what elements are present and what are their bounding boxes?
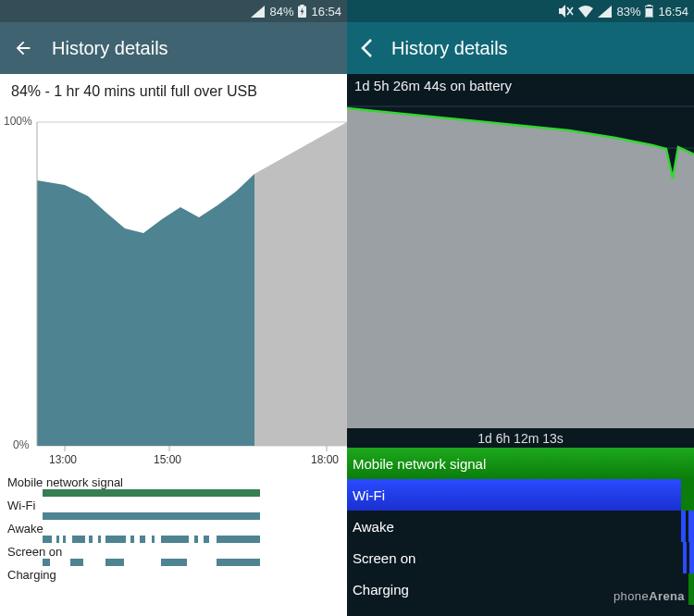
mute-icon — [559, 5, 574, 18]
action-bar: History details — [347, 22, 694, 74]
x-tick: 15:00 — [154, 453, 181, 466]
row-mobile-signal[interactable]: Mobile network signal — [347, 448, 694, 479]
svg-rect-14 — [89, 536, 93, 543]
battery-percent: 83% — [616, 5, 640, 18]
svg-rect-26 — [105, 559, 124, 566]
time-axis: 13:00 15:00 18:00 — [0, 453, 347, 474]
battery-summary: 1d 5h 26m 44s on battery — [347, 74, 694, 97]
x-tick: 13:00 — [49, 453, 77, 466]
svg-rect-42 — [688, 511, 694, 542]
svg-rect-20 — [161, 536, 189, 543]
elapsed-total: 1d 6h 12m 13s — [347, 428, 694, 448]
svg-rect-44 — [689, 542, 694, 573]
svg-rect-25 — [70, 559, 83, 566]
x-tick: 18:00 — [311, 453, 339, 466]
signal-icon — [251, 6, 265, 18]
row-awake[interactable]: Awake — [347, 511, 694, 542]
svg-rect-9 — [43, 512, 260, 520]
svg-rect-18 — [140, 536, 145, 543]
status-bar: 83% 16:54 — [347, 0, 694, 22]
svg-rect-21 — [194, 536, 198, 543]
svg-rect-40 — [681, 479, 694, 511]
svg-rect-30 — [648, 5, 651, 6]
battery-icon — [645, 5, 653, 18]
battery-chart[interactable] — [347, 97, 694, 428]
action-bar: History details — [0, 22, 347, 74]
row-charging[interactable]: Charging — [6, 568, 347, 582]
svg-rect-1 — [301, 5, 304, 6]
row-screen-on[interactable]: Screen on — [6, 545, 347, 566]
svg-rect-45 — [688, 573, 694, 605]
phone-left: 84% 16:54 History details 84% - 1 hr 40 … — [0, 0, 347, 616]
back-icon[interactable] — [13, 38, 33, 58]
battery-summary: 84% - 1 hr 40 mins until full over USB — [0, 74, 347, 104]
y-tick-bottom: 0% — [13, 438, 29, 451]
svg-rect-43 — [683, 542, 687, 573]
battery-chart[interactable]: 100% 0% 13:00 15:00 18:00 — [0, 104, 347, 474]
row-mobile-signal[interactable]: Mobile network signal — [6, 475, 347, 497]
svg-rect-27 — [161, 559, 187, 566]
page-title: History details — [52, 38, 334, 59]
battery-charging-icon — [298, 5, 306, 18]
row-wifi[interactable]: Wi-Fi — [6, 499, 347, 520]
row-awake[interactable]: Awake — [6, 522, 347, 543]
clock: 16:54 — [658, 5, 688, 18]
signal-icon — [598, 6, 612, 18]
battery-percent: 84% — [269, 5, 293, 18]
row-screen-on[interactable]: Screen on — [347, 542, 694, 573]
svg-rect-24 — [43, 559, 50, 566]
svg-rect-10 — [43, 536, 52, 543]
svg-rect-28 — [217, 559, 260, 566]
svg-rect-15 — [98, 536, 101, 543]
svg-rect-23 — [217, 536, 260, 543]
svg-rect-13 — [72, 536, 85, 543]
phone-right: 83% 16:54 History details 1d 5h 26m 44s … — [347, 0, 694, 616]
status-bar: 84% 16:54 — [0, 0, 347, 22]
svg-rect-19 — [152, 536, 155, 543]
usage-bars: Mobile network signal Wi-Fi Awake Screen… — [347, 448, 694, 605]
svg-rect-22 — [204, 536, 209, 543]
svg-rect-8 — [43, 489, 260, 497]
y-tick-top: 100% — [4, 115, 32, 128]
wifi-icon — [578, 6, 593, 18]
svg-rect-31 — [646, 8, 652, 17]
svg-rect-16 — [105, 536, 126, 543]
page-title: History details — [391, 38, 681, 59]
svg-rect-12 — [63, 536, 66, 543]
back-icon[interactable] — [360, 38, 373, 58]
svg-rect-41 — [681, 511, 686, 542]
clock: 16:54 — [311, 5, 341, 18]
svg-rect-17 — [130, 536, 134, 543]
row-wifi[interactable]: Wi-Fi — [347, 479, 694, 511]
usage-bars: Mobile network signal Wi-Fi Awake Screen… — [0, 474, 347, 582]
svg-rect-11 — [56, 536, 59, 543]
watermark: phoneArena — [613, 589, 685, 603]
